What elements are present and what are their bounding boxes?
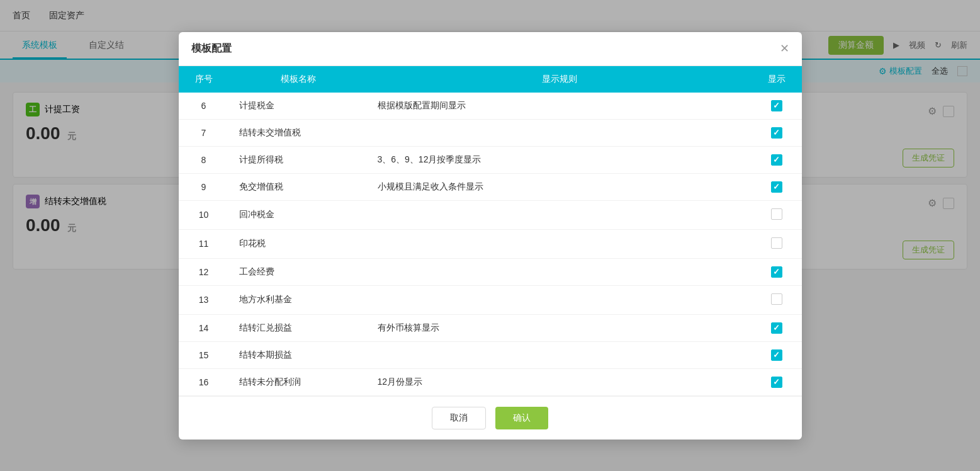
table-row: 11印花税 <box>179 229 802 258</box>
cell-rule <box>368 285 752 314</box>
cell-checkbox <box>752 285 802 314</box>
cell-name: 结转本期损益 <box>229 341 368 368</box>
cell-name: 结转汇兑损益 <box>229 314 368 341</box>
cell-checkbox <box>752 341 802 368</box>
cell-rule: 12月份显示 <box>368 368 752 395</box>
cell-checkbox <box>752 146 802 173</box>
row-checkbox-13[interactable] <box>771 293 782 305</box>
cell-name: 地方水利基金 <box>229 285 368 314</box>
table-row: 12工会经费 <box>179 258 802 285</box>
table-row: 9免交增值税小规模且满足收入条件显示 <box>179 173 802 200</box>
config-table: 序号 模板名称 显示规则 显示 6计提税金根据模版配置期间显示7结转未交增值税8… <box>179 66 802 396</box>
cell-name: 结转未分配利润 <box>229 368 368 395</box>
cell-seq: 10 <box>179 200 229 229</box>
cancel-button[interactable]: 取消 <box>432 407 486 429</box>
cell-checkbox <box>752 368 802 395</box>
cell-seq: 11 <box>179 229 229 258</box>
row-checkbox-15[interactable] <box>771 349 782 361</box>
cell-seq: 7 <box>179 119 229 146</box>
cell-name: 计提税金 <box>229 93 368 120</box>
modal-close-button[interactable]: ✕ <box>780 43 789 54</box>
row-checkbox-16[interactable] <box>771 377 782 388</box>
cell-rule <box>368 341 752 368</box>
cell-checkbox <box>752 200 802 229</box>
table-row: 14结转汇兑损益有外币核算显示 <box>179 314 802 341</box>
cell-checkbox <box>752 173 802 200</box>
template-config-modal: 模板配置 ✕ 序号 模板名称 显示规则 显示 6计提税金根据模版配置期间显 <box>179 32 802 440</box>
table-row: 8计提所得税3、6、9、12月按季度显示 <box>179 146 802 173</box>
cell-checkbox <box>752 93 802 120</box>
row-checkbox-11[interactable] <box>771 237 782 249</box>
cell-rule <box>368 119 752 146</box>
cell-rule: 3、6、9、12月按季度显示 <box>368 146 752 173</box>
table-row: 7结转未交增值税 <box>179 119 802 146</box>
row-checkbox-14[interactable] <box>771 322 782 334</box>
cell-name: 回冲税金 <box>229 200 368 229</box>
table-row: 13地方水利基金 <box>179 285 802 314</box>
cell-name: 免交增值税 <box>229 173 368 200</box>
row-checkbox-6[interactable] <box>771 100 782 111</box>
cell-rule: 小规模且满足收入条件显示 <box>368 173 752 200</box>
row-checkbox-10[interactable] <box>771 208 782 220</box>
cell-rule <box>368 200 752 229</box>
row-checkbox-9[interactable] <box>771 181 782 193</box>
cell-seq: 6 <box>179 93 229 120</box>
cell-name: 计提所得税 <box>229 146 368 173</box>
cell-seq: 14 <box>179 314 229 341</box>
cell-checkbox <box>752 258 802 285</box>
col-header-name: 模板名称 <box>229 66 368 93</box>
cell-seq: 8 <box>179 146 229 173</box>
cell-seq: 9 <box>179 173 229 200</box>
cell-name: 工会经费 <box>229 258 368 285</box>
row-checkbox-8[interactable] <box>771 154 782 166</box>
table-row: 16结转未分配利润12月份显示 <box>179 368 802 395</box>
col-header-rule: 显示规则 <box>368 66 752 93</box>
col-header-seq: 序号 <box>179 66 229 93</box>
row-checkbox-7[interactable] <box>771 127 782 139</box>
cell-checkbox <box>752 229 802 258</box>
cell-rule <box>368 229 752 258</box>
cell-checkbox <box>752 119 802 146</box>
modal-overlay: 模板配置 ✕ 序号 模板名称 显示规则 显示 6计提税金根据模版配置期间显 <box>0 0 980 471</box>
table-row: 10回冲税金 <box>179 200 802 229</box>
cell-seq: 16 <box>179 368 229 395</box>
col-header-display: 显示 <box>752 66 802 93</box>
modal-title: 模板配置 <box>191 42 232 55</box>
cell-seq: 15 <box>179 341 229 368</box>
cell-checkbox <box>752 314 802 341</box>
config-table-wrapper[interactable]: 序号 模板名称 显示规则 显示 6计提税金根据模版配置期间显示7结转未交增值税8… <box>179 66 802 396</box>
cell-name: 印花税 <box>229 229 368 258</box>
cell-rule: 有外币核算显示 <box>368 314 752 341</box>
confirm-button[interactable]: 确认 <box>495 407 548 429</box>
row-checkbox-12[interactable] <box>771 266 782 278</box>
cell-rule: 根据模版配置期间显示 <box>368 93 752 120</box>
cell-seq: 13 <box>179 285 229 314</box>
cell-name: 结转未交增值税 <box>229 119 368 146</box>
table-row: 15结转本期损益 <box>179 341 802 368</box>
table-row: 6计提税金根据模版配置期间显示 <box>179 93 802 120</box>
cell-seq: 12 <box>179 258 229 285</box>
cell-rule <box>368 258 752 285</box>
